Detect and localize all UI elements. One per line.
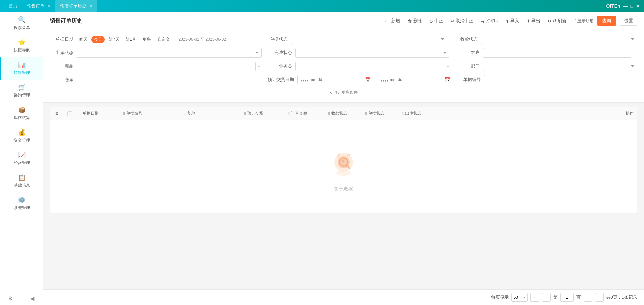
cancel-stop-button[interactable]: ↩ 取消中止 [448,16,475,25]
complete-status-select[interactable] [295,48,449,58]
import-icon: ⬆ [505,18,509,24]
sidebar-label-ops-mgmt: 经营管理 [14,160,30,166]
sidebar-label-fund-mgmt: 资金管理 [14,138,30,143]
date-tag-more[interactable]: 更多 [140,36,154,43]
sidebar-item-sys-mgmt[interactable]: ⚙️ 系统管理 [0,192,43,215]
sort-icon-stock[interactable]: ⇅ [401,112,404,115]
current-page-input[interactable] [560,293,574,302]
customer-input[interactable] [483,48,631,58]
window-close[interactable]: ✕ [636,3,640,9]
collapse-row[interactable]: ∧ 收起更多条件 [50,88,637,98]
table-header: ⚙ ⇅ 单据日期 ⇅ 单据编号 ⇅ 客户 [50,107,637,120]
date-tag-custom[interactable]: 自定义 [155,36,172,43]
bill-no-input[interactable] [484,75,637,84]
sort-icon-bill[interactable]: ⇅ [364,112,367,115]
empty-illustration [327,147,360,181]
delivery-date-start-input[interactable] [297,75,363,84]
salesperson-dots[interactable]: ··· [445,64,449,69]
new-button[interactable]: + + 新增 [383,16,402,25]
empty-text: 暂无数据 [334,186,353,192]
select-all-checkbox[interactable] [67,111,72,116]
sort-icon-num[interactable]: ⇅ [123,112,125,115]
sidebar-item-ops-mgmt[interactable]: 📈 经营管理 [0,147,43,170]
sort-icon-amount[interactable]: ⇅ [287,112,290,115]
export-button[interactable]: ⬇ 导出 [524,16,542,25]
sidebar-settings-icon[interactable]: ⚙ [8,295,13,302]
sidebar-item-search-menu[interactable]: 🔍 搜索菜单 [0,12,43,35]
svg-point-5 [342,160,344,162]
warehouse-label: 仓库 [50,77,77,83]
dept-select[interactable] [483,62,637,71]
payment-status-wrapper [481,35,637,44]
settings-button[interactable]: 设置 [620,16,637,26]
import-button[interactable]: ⬆ 导入 [503,16,521,25]
next-page-btn[interactable]: › [584,293,592,302]
bill-status-select[interactable] [291,35,447,44]
print-button[interactable]: 🖨 打印 ▾ [478,16,500,25]
payment-status-select[interactable] [481,35,637,44]
tab-close-sales-order[interactable]: ✕ [48,4,51,8]
per-page-select[interactable]: 50 20 100 200 [511,293,528,302]
tab-close-sales-history[interactable]: ✕ [90,4,93,8]
sidebar-label-sales-mgmt: 销售管理 [14,70,30,76]
goods-dots[interactable]: ··· [258,64,262,69]
goods-input[interactable] [77,62,256,71]
page-label: 第 [553,294,558,300]
display-detail-toggle[interactable]: 显示明细 [572,18,594,24]
refresh-button[interactable]: ↺ ↺ 刷新 [546,16,568,25]
top-bar: 首页销售订单✕销售订单历史✕ OfTEn — □ ✕ [0,0,644,12]
stock-out-select[interactable] [77,48,262,58]
warehouse-dots[interactable]: ··· [256,77,260,82]
settings-gear-icon[interactable]: ⚙ [55,111,59,116]
delete-button[interactable]: 🗑 删除 [405,16,424,25]
sidebar-item-stock-calc[interactable]: 📦 库存核算 [0,102,43,125]
window-minimize[interactable]: — [623,3,628,9]
col-date: ⇅ 单据日期 [76,111,119,116]
sort-icon-date[interactable]: ⇅ [79,112,82,115]
tab-home[interactable]: 首页 [4,0,22,12]
sidebar-item-purchase-mgmt[interactable]: 🛒 采购管理 [0,80,43,102]
query-button[interactable]: 查询 [597,16,616,26]
tab-sales-order[interactable]: 销售订单✕ [22,0,55,12]
customer-value: ··· [483,48,637,58]
delivery-end-cal-icon[interactable]: 📅 [445,77,450,82]
main-layout: 🔍 搜索菜单 ⭐ 快捷导航 📊 销售管理 🛒 采购管理 📦 库存核算 💰 资金管… [0,12,644,305]
last-page-btn[interactable]: » [595,293,604,302]
collapse-label: 收起更多条件 [334,90,358,96]
pagination: 每页显示 50 20 100 200 « ‹ 第 页 › » 共0页，0条记录 [43,289,644,305]
delivery-date-end-input[interactable] [378,75,443,84]
print-dropdown-icon[interactable]: ▾ [496,19,498,23]
date-tags: 昨天 今天 近7天 近1月 更多 自定义 [77,36,172,43]
stop-button[interactable]: ⊘ 中止 [427,16,445,25]
dept-label: 部门 [456,63,483,69]
display-detail-checkbox[interactable] [572,19,576,23]
filter-row-3: 商品 ··· 业务员 ··· 部门 [50,62,637,71]
complete-status-label: 完成状态 [268,50,295,56]
first-page-btn[interactable]: « [530,293,539,302]
sidebar-collapse-icon[interactable]: ◀ [30,295,34,302]
date-tag-today[interactable]: 今天 [91,36,105,43]
sort-icon-delivery[interactable]: ⇅ [244,112,246,115]
top-bar-right: OfTEn — □ ✕ [606,3,640,9]
sidebar-item-fund-mgmt[interactable]: 💰 资金管理 [0,125,43,147]
window-maximize[interactable]: □ [631,3,633,9]
sort-icon-payment[interactable]: ⇅ [328,112,330,115]
sidebar-item-base-info[interactable]: 📋 基础信息 [0,170,43,192]
col-settings[interactable]: ⚙ [50,111,63,116]
sidebar-icon-quick-nav: ⭐ [18,39,26,46]
sidebar-item-quick-nav[interactable]: ⭐ 快捷导航 [0,35,43,57]
date-tag-yesterday[interactable]: 昨天 [77,36,90,43]
sidebar-item-sales-mgmt[interactable]: 📊 销售管理 [0,57,43,80]
sort-icon-customer[interactable]: ⇅ [183,112,186,115]
delivery-start-cal-icon[interactable]: 📅 [365,77,371,82]
salesperson-input[interactable] [295,62,443,71]
customer-dots[interactable]: ··· [633,50,637,55]
sidebar-icon-base-info: 📋 [18,174,26,181]
new-icon: + [385,18,387,24]
date-tag-1month[interactable]: 近1月 [123,36,139,43]
date-tag-7days[interactable]: 近7天 [106,36,122,43]
sidebar-icon-search-menu: 🔍 [18,16,26,24]
prev-page-btn[interactable]: ‹ [542,293,551,302]
warehouse-input[interactable] [77,75,254,84]
tab-sales-history[interactable]: 销售订单历史✕ [55,0,97,12]
